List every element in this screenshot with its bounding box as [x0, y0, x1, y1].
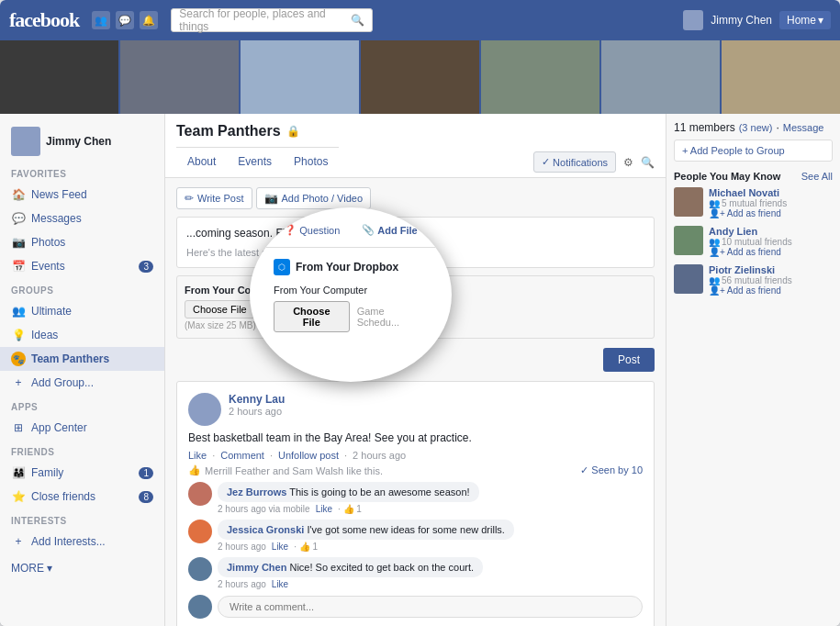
main-layout: Jimmy Chen FAVORITES 🏠 News Feed 💬 Messa…	[0, 114, 840, 626]
write-post-button[interactable]: ✏ Write Post	[176, 187, 252, 209]
post-button[interactable]: Post	[603, 348, 655, 372]
michael-mutual: 👥 5 mutual friends	[709, 198, 787, 208]
jez-name[interactable]: Jez Burrows	[227, 486, 286, 497]
message-button[interactable]: Message	[783, 122, 824, 133]
choose-file-button[interactable]: Choose File	[185, 300, 255, 319]
sidebar-item-events[interactable]: 📅 Events 3	[0, 254, 164, 278]
question-icon: ❓	[284, 224, 297, 236]
like-action[interactable]: Like	[188, 450, 207, 461]
comment-item-jimmy: Jimmy Chen Nice! So excited to get back …	[188, 557, 643, 589]
messages-icon[interactable]: 💬	[116, 11, 134, 29]
team-panthers-avatar: 🐾	[11, 352, 26, 366]
cover-photo-3	[241, 40, 359, 114]
comment-input[interactable]	[218, 596, 643, 618]
mutual-friends-icon: 👥	[709, 198, 720, 208]
sidebar-item-newsfeed[interactable]: 🏠 News Feed	[0, 183, 164, 207]
jessica-text: I've got some new ideas for some new dri…	[307, 524, 504, 535]
piotr-add-friend[interactable]: 👤+ Add as friend	[709, 285, 792, 296]
popup-choose-file-button[interactable]: Choose File	[274, 301, 350, 332]
unfollow-action[interactable]: Unfollow post	[278, 450, 339, 461]
jessica-like[interactable]: Like	[272, 542, 288, 552]
person-item-michael: Michael Novati 👥 5 mutual friends 👤+ Add…	[674, 187, 833, 218]
piotr-name[interactable]: Piotr Zielinski	[709, 264, 792, 275]
add-photo-button[interactable]: 📷 Add Photo / Video	[256, 187, 371, 209]
friends-icon[interactable]: 👥	[92, 11, 110, 29]
user-avatar	[683, 10, 703, 30]
search-bar[interactable]: Search for people, places and things 🔍	[171, 8, 373, 32]
sep2: ·	[270, 450, 273, 461]
jimmy-like[interactable]: Like	[272, 579, 288, 589]
jimmy-comment-bubble: Jimmy Chen Nice! So excited to get back …	[218, 557, 483, 577]
piotr-add-label: Add as friend	[727, 285, 781, 296]
header-right: Jimmy Chen Home ▾	[683, 10, 831, 30]
group-search-icon[interactable]: 🔍	[641, 156, 655, 169]
sidebar-item-photos[interactable]: 📷 Photos	[0, 230, 164, 254]
people-know-header: People You May Know See All	[674, 171, 833, 182]
tab-about[interactable]: About	[176, 148, 227, 177]
members-new: (3 new)	[739, 122, 773, 133]
sidebar-ideas-label: Ideas	[31, 329, 58, 341]
gear-icon[interactable]: ⚙	[623, 156, 633, 169]
search-placeholder: Search for people, places and things	[179, 7, 351, 33]
close-friends-icon: ⭐	[11, 489, 26, 504]
sidebar-events-label: Events	[31, 260, 65, 273]
popup-question-label: Question	[299, 225, 340, 236]
sidebar-item-ultimate[interactable]: 👥 Ultimate	[0, 299, 164, 323]
andy-mutual: 👥 10 mutual friends	[709, 237, 792, 247]
sidebar-user-name: Jimmy Chen	[46, 135, 111, 148]
jez-time: 2 hours ago via mobile	[218, 504, 310, 514]
feed-text: Best basketball team in the Bay Area! Se…	[188, 431, 643, 444]
sidebar-more[interactable]: MORE ▾	[0, 557, 164, 579]
close-friends-badge: 8	[139, 491, 153, 503]
sep1: ·	[212, 450, 215, 461]
sidebar-item-team-panthers[interactable]: 🐾 Team Panthers	[0, 347, 164, 371]
piotr-mutual: 👥 56 mutual friends	[709, 275, 792, 285]
jimmy-comment-name[interactable]: Jimmy Chen	[227, 562, 286, 573]
tab-events[interactable]: Events	[227, 148, 283, 177]
sidebar-item-family[interactable]: 👨‍👩‍👧 Family 1	[0, 461, 164, 485]
sep3: ·	[344, 450, 347, 461]
michael-name[interactable]: Michael Novati	[709, 187, 787, 198]
cover-photo-6	[601, 40, 720, 114]
add-friend-icon-piotr: 👤+	[709, 285, 725, 296]
popup-computer-row: From Your Computer	[274, 285, 428, 296]
group-tabs-row: About Events Photos ✓ Notifications ⚙ 🔍	[176, 147, 655, 177]
tab-photos[interactable]: Photos	[283, 148, 339, 177]
sidebar-item-messages[interactable]: 💬 Messages	[0, 207, 164, 230]
notifications-button[interactable]: ✓ Notifications	[533, 151, 616, 173]
seen-by-label[interactable]: ✓ Seen by 10	[580, 464, 643, 476]
add-friend-icon-michael: 👤+	[709, 208, 725, 218]
sidebar-family-label: Family	[31, 466, 63, 479]
jez-like[interactable]: Like	[316, 504, 332, 514]
andy-name[interactable]: Andy Lien	[709, 226, 792, 237]
add-people-button[interactable]: + Add People to Group	[674, 140, 833, 162]
piotr-info: Piotr Zielinski 👥 56 mutual friends 👤+ A…	[709, 264, 792, 296]
sidebar-item-add-group[interactable]: + Add Group...	[0, 371, 164, 395]
feed-author-name[interactable]: Kenny Lau	[229, 393, 285, 406]
comment-action[interactable]: Comment	[220, 450, 264, 461]
jez-avatar	[188, 482, 212, 506]
sidebar-item-add-interests[interactable]: + Add Interests...	[0, 530, 164, 553]
sidebar-item-app-center[interactable]: ⊞ App Center	[0, 416, 164, 440]
popup-tab-question[interactable]: ❓ Question	[274, 220, 349, 240]
jimmy-meta: 2 hours ago Like	[218, 579, 483, 589]
notifications-icon[interactable]: 🔔	[140, 11, 158, 29]
michael-add-friend[interactable]: 👤+ Add as friend	[709, 208, 787, 218]
right-sidebar: 11 members (3 new) · Message + Add Peopl…	[666, 114, 840, 626]
andy-add-friend[interactable]: 👤+ Add as friend	[709, 247, 792, 257]
sidebar-item-ideas[interactable]: 💡 Ideas	[0, 323, 164, 347]
jessica-avatar	[188, 520, 212, 543]
cover-photo-4	[361, 40, 479, 114]
popup-tab-add-file[interactable]: 📎 Add File	[353, 220, 426, 240]
pencil-icon: ✏	[185, 192, 194, 205]
cover-photos	[0, 40, 840, 114]
see-all-link[interactable]: See All	[801, 171, 833, 182]
jessica-name[interactable]: Jessica Gronski	[227, 524, 304, 535]
jessica-likes-count: · 👍 1	[294, 542, 318, 552]
comments-section: Jez Burrows This is going to be an aweso…	[188, 482, 643, 619]
sidebar-avatar	[11, 127, 40, 156]
notif-label: Notifications	[553, 157, 608, 168]
sidebar-photos-label: Photos	[31, 236, 65, 249]
sidebar-item-close-friends[interactable]: ⭐ Close friends 8	[0, 485, 164, 509]
home-button[interactable]: Home ▾	[779, 11, 831, 29]
